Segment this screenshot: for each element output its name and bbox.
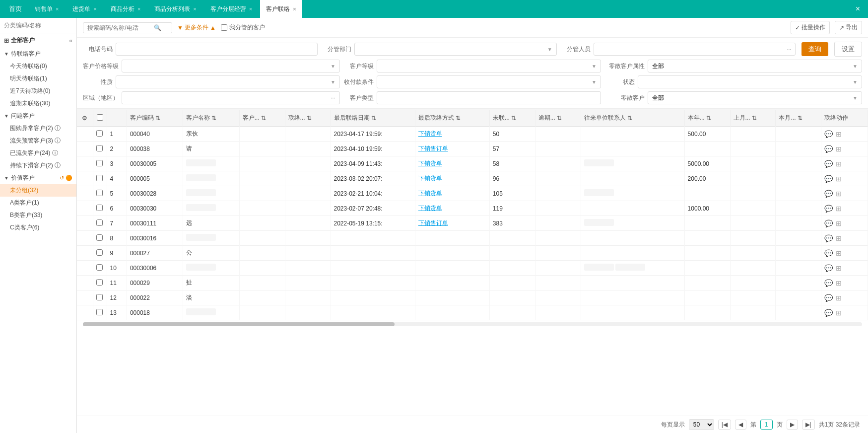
grid-action-icon[interactable]: ⊞ — [836, 294, 842, 302]
th-last-date[interactable]: 最后联络日期⇅ — [331, 110, 415, 127]
filter-status-select[interactable]: ▼ — [638, 75, 862, 88]
sidebar-item-class-c[interactable]: C类客户(6) — [0, 221, 76, 234]
sidebar-item-class-a[interactable]: A类客户(1) — [0, 197, 76, 209]
filter-retail-attr-select[interactable]: 全部 ▼ — [648, 60, 862, 72]
dots-icon[interactable]: ··· — [331, 94, 335, 101]
td-checkbox[interactable] — [93, 231, 107, 246]
row-checkbox[interactable] — [96, 234, 103, 241]
message-icon[interactable]: 💬 — [824, 309, 833, 317]
contact-type-link[interactable]: 下销货单 — [418, 130, 442, 137]
prev-page-button[interactable]: ◀ — [735, 420, 746, 430]
sidebar-item-churned[interactable]: 已流失客户(24) ⓘ — [0, 147, 76, 159]
filter-retail-select[interactable]: 全部 ▼ — [648, 91, 862, 104]
contact-type-link[interactable]: 下销货单 — [418, 205, 442, 212]
close-customer-tier-tab-icon[interactable]: × — [249, 6, 252, 12]
message-icon[interactable]: 💬 — [824, 279, 833, 287]
search-input[interactable] — [87, 24, 152, 31]
th-checkbox[interactable] — [93, 110, 107, 127]
grid-action-icon[interactable]: ⊞ — [836, 219, 842, 227]
last-page-button[interactable]: ▶| — [802, 420, 815, 430]
contact-type-link[interactable]: 下销售订单 — [418, 219, 448, 226]
sidebar-item-declining[interactable]: 持续下滑客户(2) ⓘ — [0, 159, 76, 172]
message-icon[interactable]: 💬 — [824, 130, 833, 138]
all-customers-header[interactable]: ⊞ 全部客户 « — [0, 33, 76, 48]
th-no-contact[interactable]: 未联...⇅ — [489, 110, 535, 127]
th-this-year[interactable]: 本年...⇅ — [684, 110, 730, 127]
close-purchase-tab-icon[interactable]: × — [93, 6, 96, 12]
td-checkbox[interactable] — [93, 201, 107, 216]
message-icon[interactable]: 💬 — [824, 160, 833, 168]
th-code[interactable]: 客户编码⇅ — [127, 110, 183, 127]
scrollbar-thumb[interactable] — [83, 322, 395, 326]
contact-type-link[interactable]: 下销货单 — [418, 160, 442, 167]
td-checkbox[interactable] — [93, 216, 107, 231]
message-icon[interactable]: 💬 — [824, 294, 833, 302]
message-icon[interactable]: 💬 — [824, 249, 833, 257]
first-page-button[interactable]: |◀ — [718, 420, 731, 430]
reset-button[interactable]: 设置 — [834, 42, 862, 57]
query-button[interactable]: 查询 — [801, 42, 828, 56]
sidebar-group-pending[interactable]: ▼ 待联络客户 — [0, 48, 76, 60]
contact-type-link[interactable]: 下销货单 — [418, 190, 442, 197]
select-all-checkbox[interactable] — [97, 114, 103, 121]
th-contacts[interactable]: 往来单位联系人⇅ — [581, 110, 684, 127]
sidebar-item-class-b[interactable]: B类客户(33) — [0, 209, 76, 221]
th-type[interactable]: 客户...⇅ — [239, 110, 285, 127]
row-checkbox[interactable] — [96, 145, 103, 151]
refresh-icon[interactable]: ↺ 🟠 — [60, 175, 72, 181]
sidebar-collapse-icon[interactable]: « — [69, 37, 72, 44]
td-checkbox[interactable] — [93, 246, 107, 261]
nav-tab-product-list[interactable]: 商品分析列表 × — [148, 0, 202, 18]
filter-price-level-select[interactable]: ▼ — [122, 60, 340, 72]
nav-tab-sales[interactable]: 销售单 × — [29, 0, 65, 18]
row-checkbox[interactable] — [96, 130, 103, 137]
td-checkbox[interactable] — [93, 305, 107, 320]
td-checkbox[interactable] — [93, 186, 107, 201]
sidebar-item-tomorrow[interactable]: 明天待联络(1) — [0, 72, 76, 85]
row-checkbox[interactable] — [96, 205, 103, 211]
nav-tab-customer-contact[interactable]: 客户联络 × — [260, 0, 302, 18]
grid-action-icon[interactable]: ⊞ — [836, 279, 842, 287]
row-checkbox[interactable] — [96, 279, 103, 286]
nav-tab-purchase[interactable]: 进货单 × — [67, 0, 102, 18]
export-button[interactable]: ↗ 导出 — [835, 21, 862, 34]
search-bar[interactable]: 🔍 — [83, 22, 172, 33]
grid-action-icon[interactable]: ⊞ — [836, 249, 842, 257]
my-customers-check[interactable] — [221, 24, 227, 31]
message-icon[interactable]: 💬 — [824, 175, 833, 183]
contact-type-link[interactable]: 下销货单 — [418, 175, 442, 182]
filter-phone-input[interactable] — [116, 43, 318, 56]
th-last-type[interactable]: 最后联络方式⇅ — [415, 110, 489, 127]
grid-action-icon[interactable]: ⊞ — [836, 160, 842, 168]
grid-action-icon[interactable]: ⊞ — [836, 145, 842, 153]
td-checkbox[interactable] — [93, 276, 107, 290]
row-checkbox[interactable] — [96, 294, 103, 300]
message-icon[interactable]: 💬 — [824, 145, 833, 153]
th-contact[interactable]: 联络...⇅ — [285, 110, 331, 127]
sidebar-item-overdue[interactable]: 逾期未联络(30) — [0, 97, 76, 110]
message-icon[interactable]: 💬 — [824, 205, 833, 213]
message-icon[interactable]: 💬 — [824, 190, 833, 198]
sidebar-item-ungroup[interactable]: 未分组(32) — [0, 184, 76, 197]
nav-home[interactable]: 首页 — [4, 2, 27, 15]
filter-payment-select[interactable]: ▼ — [377, 75, 601, 88]
filter-nature-select[interactable]: ▼ — [116, 75, 340, 88]
row-checkbox[interactable] — [96, 264, 103, 271]
grid-action-icon[interactable]: ⊞ — [836, 234, 842, 242]
grid-action-icon[interactable]: ⊞ — [836, 264, 842, 272]
filter-region-select[interactable]: ··· — [122, 91, 340, 104]
th-last-month[interactable]: 上月...⇅ — [730, 110, 776, 127]
message-icon[interactable]: 💬 — [824, 234, 833, 242]
sidebar-item-7days[interactable]: 近7天待联络(0) — [0, 85, 76, 97]
filter-dept-select[interactable]: ▼ — [354, 43, 556, 56]
td-checkbox[interactable] — [93, 171, 107, 186]
row-checkbox[interactable] — [96, 309, 103, 315]
th-this-month[interactable]: 本月...⇅ — [776, 110, 821, 127]
grid-action-icon[interactable]: ⊞ — [836, 130, 842, 138]
row-checkbox[interactable] — [96, 249, 103, 256]
nav-tab-customer-tier[interactable]: 客户分层经营 × — [204, 0, 258, 18]
next-page-button[interactable]: ▶ — [787, 420, 798, 430]
sidebar-item-abnormal[interactable]: 囤购异常客户(2) ⓘ — [0, 122, 76, 135]
more-conditions-button[interactable]: ▼ 更多条件 ▲ — [177, 23, 216, 32]
filter-customer-level-select[interactable]: ▼ — [377, 60, 601, 72]
